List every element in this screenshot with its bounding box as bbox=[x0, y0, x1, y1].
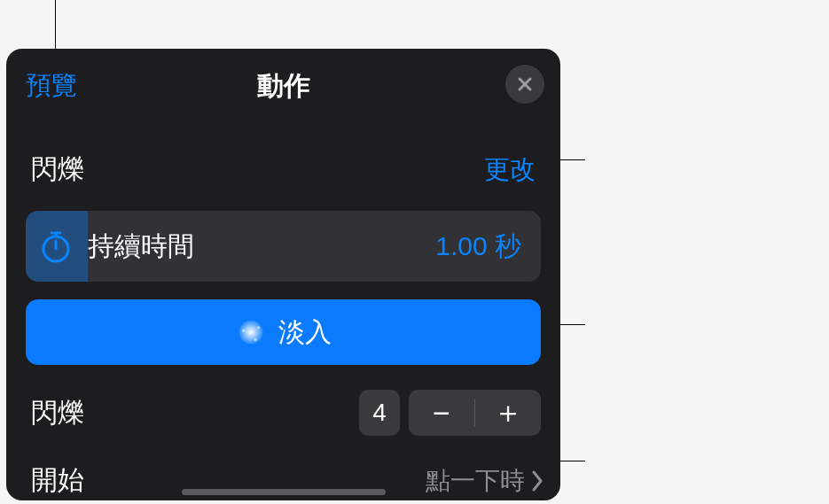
panel-title: 動作 bbox=[6, 68, 560, 105]
stepper-increment[interactable]: ＋ bbox=[475, 390, 541, 436]
duration-value: 1.00 秒 bbox=[435, 229, 521, 265]
close-button[interactable] bbox=[505, 65, 544, 104]
fade-in-icon bbox=[236, 317, 266, 347]
stepper-decrement[interactable]: − bbox=[409, 390, 474, 436]
action-panel: 預覽 動作 閃爍 更改 持續時間 1.00 秒 bbox=[6, 49, 560, 500]
duration-label: 持續時間 bbox=[88, 229, 194, 265]
count-row: 閃爍 4 − ＋ bbox=[6, 390, 560, 436]
count-label: 閃爍 bbox=[31, 395, 84, 431]
start-value: 點一下時 bbox=[426, 464, 525, 498]
svg-point-6 bbox=[256, 326, 259, 329]
action-header-row: 閃爍 更改 bbox=[6, 151, 560, 188]
effect-label: 淡入 bbox=[278, 314, 332, 351]
svg-point-7 bbox=[254, 338, 256, 341]
home-indicator bbox=[182, 489, 386, 495]
stopwatch-icon bbox=[38, 229, 74, 264]
svg-point-4 bbox=[239, 320, 262, 344]
close-icon bbox=[516, 75, 534, 93]
chevron-right-icon bbox=[530, 469, 544, 493]
duration-row[interactable]: 持續時間 1.00 秒 bbox=[26, 211, 541, 282]
count-value: 4 bbox=[359, 390, 400, 436]
count-stepper: − ＋ bbox=[409, 390, 541, 436]
change-button[interactable]: 更改 bbox=[484, 152, 536, 188]
action-name: 閃爍 bbox=[31, 151, 84, 188]
callout-line bbox=[55, 0, 56, 53]
panel-header: 預覽 動作 bbox=[6, 49, 560, 112]
effect-button[interactable]: 淡入 bbox=[26, 299, 541, 365]
start-label: 開始 bbox=[31, 462, 84, 499]
svg-point-5 bbox=[241, 330, 244, 332]
